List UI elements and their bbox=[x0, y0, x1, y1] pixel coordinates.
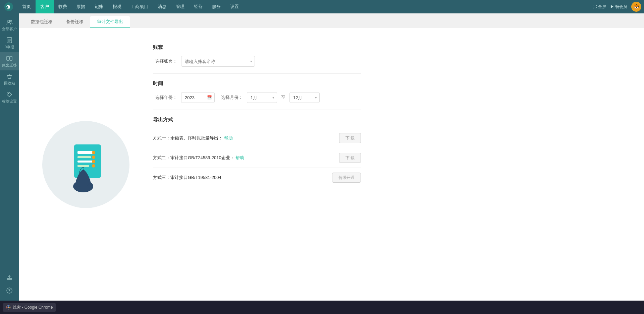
sidebar-label-migrate: 账套迁移 bbox=[2, 63, 17, 68]
month-start-select-wrap: 1月2月3月 4月5月6月 7月8月9月 10月11月12月 ▾ bbox=[247, 92, 277, 103]
content-area: 数据包迁移 备份迁移 审计文件导出 bbox=[19, 13, 644, 301]
sidebar-item-migrate[interactable]: 账套迁移 bbox=[0, 52, 19, 70]
account-input[interactable] bbox=[181, 56, 255, 67]
page-content: 账套 选择账套： ▾ 时间 选择年份： 📅 bbox=[19, 28, 644, 301]
month-end-select-wrap: 1月2月3月 4月5月6月 7月8月9月 10月11月12月 ▾ bbox=[289, 92, 320, 103]
nav-manage[interactable]: 管理 bbox=[171, 0, 189, 13]
taskbar-chrome[interactable]: 线索 - Google Chrome bbox=[3, 303, 56, 312]
svg-point-22 bbox=[8, 307, 9, 308]
account-section-title: 账套 bbox=[153, 44, 361, 51]
method-row-3: 方式三：审计接口GB/T19581-2004 暂缓开通 bbox=[153, 168, 361, 187]
sidebar-bottom bbox=[0, 271, 19, 301]
nav-message[interactable]: 消息 bbox=[153, 0, 171, 13]
sidebar-bottom-help[interactable] bbox=[0, 285, 19, 297]
method-2-download-btn[interactable]: 下 载 bbox=[339, 153, 361, 163]
year-input[interactable] bbox=[181, 92, 215, 103]
nav-home[interactable]: 首页 bbox=[17, 0, 36, 13]
month-label: 选择月份： bbox=[219, 95, 243, 101]
svg-point-17 bbox=[92, 155, 95, 159]
account-input-wrap: ▾ bbox=[181, 56, 255, 67]
svg-point-7 bbox=[8, 93, 9, 94]
time-section-title: 时间 bbox=[153, 80, 361, 87]
nav-tax[interactable]: 报税 bbox=[108, 0, 126, 13]
method-1-download-btn[interactable]: 下 载 bbox=[339, 133, 361, 143]
tab-data-migrate[interactable]: 数据包迁移 bbox=[24, 16, 59, 28]
top-nav: 首页 客户 收费 票据 记账 报税 工商项目 消息 管理 经营 服务 设置 ⛶ … bbox=[0, 0, 644, 13]
tab-bar: 数据包迁移 备份迁移 审计文件导出 bbox=[19, 13, 644, 28]
sidebar-label-zero-declare: 0申报 bbox=[5, 45, 14, 50]
sidebar-item-zero-declare[interactable]: 0申报 bbox=[0, 34, 19, 52]
svg-rect-15 bbox=[77, 165, 89, 167]
nav-customer[interactable]: 客户 bbox=[36, 0, 54, 13]
year-input-wrap: 📅 bbox=[181, 92, 215, 103]
svg-rect-5 bbox=[7, 56, 9, 60]
sidebar-bottom-download[interactable] bbox=[0, 271, 19, 283]
method-1-help-link[interactable]: 帮助 bbox=[224, 135, 233, 140]
to-text: 至 bbox=[281, 95, 285, 101]
main-layout: 全部客户 0申报 账套迁移 回收站 bbox=[0, 13, 644, 301]
nav-billing[interactable]: 收费 bbox=[54, 0, 72, 13]
svg-rect-12 bbox=[77, 151, 94, 154]
account-label: 选择账套： bbox=[153, 58, 177, 64]
nav-invoice[interactable]: 票据 bbox=[72, 0, 90, 13]
divider-1 bbox=[153, 73, 361, 74]
method-3-open-btn[interactable]: 暂缓开通 bbox=[332, 173, 361, 183]
form-area: 账套 选择账套： ▾ 时间 选择年份： 📅 bbox=[140, 39, 374, 290]
taskbar: 线索 - Google Chrome bbox=[0, 301, 644, 314]
export-section-title: 导出方式 bbox=[153, 117, 361, 123]
tab-backup-migrate[interactable]: 备份迁移 bbox=[59, 16, 90, 28]
app-logo bbox=[3, 1, 15, 13]
account-form-row: 选择账套： ▾ bbox=[153, 56, 361, 67]
method-2-help-link[interactable]: 帮助 bbox=[235, 155, 244, 160]
sidebar-label-tag: 标签设置 bbox=[2, 99, 17, 104]
sidebar-label-all-customers: 全部客户 bbox=[2, 26, 17, 32]
avatar[interactable]: 🐯 bbox=[631, 2, 641, 12]
svg-point-10 bbox=[9, 292, 10, 293]
divider-2 bbox=[153, 110, 361, 110]
year-label: 选择年份： bbox=[153, 95, 177, 101]
nav-service[interactable]: 服务 bbox=[207, 0, 225, 13]
method-1-text: 方式一：余额表、序时账批量导出： 帮助 bbox=[153, 135, 233, 141]
svg-point-1 bbox=[8, 6, 10, 8]
illustration-area bbox=[32, 39, 140, 290]
svg-rect-8 bbox=[7, 278, 12, 279]
time-form-row: 选择年份： 📅 选择月份： 1月2月3月 4月5月6月 7月8月9月 10月11… bbox=[153, 92, 361, 103]
method-2-text: 方式二：审计接口GB/T24589-2010企业： 帮助 bbox=[153, 155, 244, 161]
sidebar-item-tag[interactable]: 标签设置 bbox=[0, 88, 19, 107]
svg-point-16 bbox=[92, 151, 95, 154]
month-end-select[interactable]: 1月2月3月 4月5月6月 7月8月9月 10月11月12月 bbox=[289, 92, 320, 103]
fullscreen-btn[interactable]: ⛶ 全屏 bbox=[593, 4, 606, 10]
svg-point-19 bbox=[92, 164, 95, 168]
nav-items: 首页 客户 收费 票据 记账 报税 工商项目 消息 管理 经营 服务 设置 bbox=[17, 0, 593, 13]
nav-settings[interactable]: 设置 bbox=[225, 0, 244, 13]
sidebar: 全部客户 0申报 账套迁移 回收站 bbox=[0, 13, 19, 301]
taskbar-chrome-label: 线索 - Google Chrome bbox=[13, 305, 53, 310]
month-start-select[interactable]: 1月2月3月 4月5月6月 7月8月9月 10月11月12月 bbox=[247, 92, 277, 103]
svg-point-2 bbox=[8, 20, 10, 22]
sidebar-item-all-customers[interactable]: 全部客户 bbox=[0, 16, 19, 34]
nav-bookkeeping[interactable]: 记账 bbox=[90, 0, 108, 13]
nav-business[interactable]: 工商项目 bbox=[126, 0, 153, 13]
top-nav-right: ⛶ 全屏 ▶ 畅会员 🐯 bbox=[593, 2, 641, 12]
svg-rect-14 bbox=[77, 161, 93, 163]
method-3-text: 方式三：审计接口GB/T19581-2004 bbox=[153, 175, 221, 181]
tab-audit-export[interactable]: 审计文件导出 bbox=[90, 16, 130, 28]
method-row-1: 方式一：余额表、序时账批量导出： 帮助 下 载 bbox=[153, 128, 361, 148]
svg-point-18 bbox=[92, 160, 95, 163]
illustration-circle bbox=[42, 121, 129, 208]
nav-operation[interactable]: 经营 bbox=[189, 0, 207, 13]
sidebar-item-recycle[interactable]: 回收站 bbox=[0, 70, 19, 88]
member-btn[interactable]: ▶ 畅会员 bbox=[610, 4, 627, 10]
svg-point-3 bbox=[10, 20, 12, 22]
svg-rect-13 bbox=[77, 156, 91, 158]
sidebar-label-recycle: 回收站 bbox=[4, 81, 15, 86]
method-row-2: 方式二：审计接口GB/T24589-2010企业： 帮助 下 载 bbox=[153, 148, 361, 168]
